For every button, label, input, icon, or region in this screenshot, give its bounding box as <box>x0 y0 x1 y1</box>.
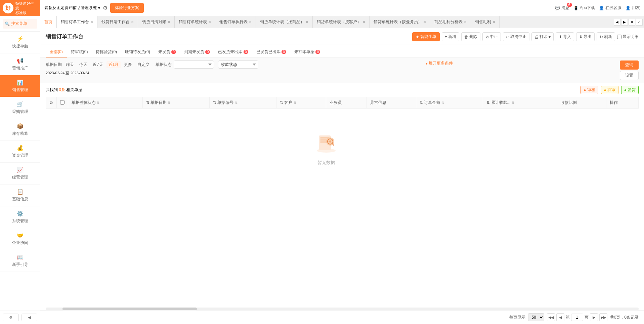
tab-close-sales-by-product[interactable]: ✕ <box>306 20 308 24</box>
print-button[interactable]: 🖨 打印 ▾ <box>531 32 554 41</box>
tab-close-all[interactable]: ✕ <box>629 19 635 26</box>
tab-close-sales-exec[interactable]: ✕ <box>249 20 252 24</box>
service-icon: 👤 <box>599 6 604 10</box>
solution-button[interactable]: 体验行业方案 <box>110 3 144 13</box>
tab-close-cash-reconcile[interactable]: ✕ <box>168 20 170 24</box>
sidebar-nav-item-inventory[interactable]: 📦 库存核算 <box>0 119 40 141</box>
date-1month[interactable]: 近1月 <box>106 61 121 68</box>
filter-tab-pending-pick[interactable]: 待拣验货(0) <box>92 47 121 57</box>
topbar-settings-icon[interactable]: ⚙ <box>103 5 108 11</box>
stop-icon: ⊘ <box>485 35 489 39</box>
tab-sales-by-staff[interactable]: 销货单统计表（按业务员） ✕ <box>370 16 430 28</box>
scroll-thumb[interactable] <box>62 308 197 310</box>
th-settings[interactable]: ⚙ <box>46 97 57 109</box>
expand-filters-button[interactable]: ▾ 展开更多条件 <box>426 60 453 66</box>
th-date[interactable]: ⇅ 单据日期 ⇅ <box>142 97 209 109</box>
tab-close-sales-by-staff[interactable]: ✕ <box>423 20 426 24</box>
th-customer[interactable]: ⇅ 客户 ⇅ <box>276 97 326 109</box>
tab-sales-exec[interactable]: 销售订单执行表 ✕ <box>215 16 256 28</box>
import-button[interactable]: ⬆ 导入 <box>556 32 574 41</box>
tab-scroll-right[interactable]: ▶ <box>621 19 628 26</box>
date-yesterday[interactable]: 昨天 <box>64 61 76 68</box>
horizontal-scrollbar[interactable] <box>46 308 639 310</box>
sidebar-nav-item-system[interactable]: ⚙️ 系统管理 <box>0 206 40 228</box>
sidebar-nav-item-finance[interactable]: 💰 资金管理 <box>0 141 40 163</box>
deliver-button[interactable]: ● 发货 <box>621 86 639 94</box>
delete-button[interactable]: 🗑 删除 <box>461 32 480 41</box>
sidebar-nav-item-sales[interactable]: 📊 销售管理 <box>0 75 40 97</box>
tab-sales-margin[interactable]: 销售毛利 ✕ <box>471 16 500 28</box>
tab-close-sales-workbench[interactable]: ✕ <box>90 20 93 24</box>
tab-cash-daily[interactable]: 钱货日清工作台 ✕ <box>97 16 138 28</box>
th-salesperson[interactable]: 业务员 <box>326 97 367 109</box>
tab-close-sales-by-customer[interactable]: ✕ <box>362 20 365 24</box>
audit-button[interactable]: ● 审核 <box>581 86 598 94</box>
status-select[interactable] <box>174 60 214 69</box>
tab-close-cash-daily[interactable]: ✕ <box>131 20 134 24</box>
filter-tab-delivered-out[interactable]: 已发货已出库 0 <box>252 47 290 57</box>
tab-sales-stats[interactable]: 销售订单统计表 ✕ <box>175 16 215 28</box>
next-page-button[interactable]: ▶ <box>590 313 598 321</box>
date-today[interactable]: 今天 <box>77 61 89 68</box>
tab-close-gross-profit[interactable]: ✕ <box>464 20 467 24</box>
tab-home[interactable]: 首页 <box>40 16 57 28</box>
online-service-button[interactable]: 👤 在线客服 <box>599 5 621 11</box>
first-page-button[interactable]: ◀◀ <box>547 313 555 321</box>
filter-tab-delivered-not-out[interactable]: 已发货未出库 0 <box>214 47 252 57</box>
date-custom[interactable]: 自定义 <box>135 61 152 68</box>
sidebar-collapse-button[interactable]: ◀ <box>22 314 38 321</box>
tab-cash-reconcile[interactable]: 钱货日清对账 ✕ <box>138 16 175 28</box>
filter-tab-undelivered[interactable]: 未发货 0 <box>154 47 180 57</box>
th-amount[interactable]: ⇅ 订单金额 ⇅ <box>416 97 483 109</box>
tab-close-sales-stats[interactable]: ✕ <box>208 20 211 24</box>
prev-page-button[interactable]: ◀ <box>556 313 564 321</box>
sidebar-nav-item-quick[interactable]: ⚡ 快捷导航 <box>0 32 40 53</box>
cancel-stop-button[interactable]: ↩ 取消中止 <box>503 32 529 41</box>
th-checkbox[interactable] <box>57 97 68 109</box>
page-number-input[interactable] <box>571 314 583 321</box>
refresh-button[interactable]: ↻ 刷新 <box>597 32 615 41</box>
tab-fullscreen[interactable]: ⤢ <box>636 19 643 26</box>
system-selector[interactable]: 装备及固定资产辅助管理系统 ▾ <box>44 5 100 11</box>
messages-button[interactable]: 💬 消息 6 <box>555 5 569 11</box>
th-status[interactable]: 单据整体状态 ⇅ <box>68 97 143 109</box>
last-page-button[interactable]: ▶▶ <box>599 313 607 321</box>
new-button[interactable]: + 新增 <box>442 32 459 41</box>
search-menu-button[interactable]: 🔍 搜索菜单 <box>3 19 37 29</box>
show-detail-input[interactable] <box>617 35 621 39</box>
settings-button[interactable]: 设置 <box>620 71 639 80</box>
filter-tab-unprinted[interactable]: 未打印单据 0 <box>290 47 324 57</box>
sidebar-nav-item-tutorial[interactable]: 📖 新手引导 <box>0 250 40 272</box>
stop-button[interactable]: ⊘ 中止 <box>482 32 501 41</box>
abandon-audit-button[interactable]: ● 弃审 <box>601 86 618 94</box>
tab-sales-workbench[interactable]: 销售订单工作台 ✕ <box>57 16 97 28</box>
export-button[interactable]: ⬇ 导出 <box>576 32 595 41</box>
sidebar-settings-button[interactable]: ⚙ <box>3 314 19 321</box>
payment-status-select[interactable]: 收款状态 <box>218 60 258 69</box>
query-button[interactable]: 查询 <box>620 60 639 70</box>
th-number[interactable]: ⇅ 单据编号 ⇅ <box>209 97 276 109</box>
tab-scroll-left[interactable]: ◀ <box>614 19 620 26</box>
sidebar-nav-item-purchase[interactable]: 🛒 采购管理 <box>0 97 40 119</box>
date-more[interactable]: 更多 <box>122 61 134 68</box>
filter-tab-overdue-undelivered[interactable]: 到期未发货 0 <box>180 47 214 57</box>
sidebar-nav-item-basic-info[interactable]: 📋 基础信息 <box>0 185 40 206</box>
filter-tab-wangpu-deliver[interactable]: 旺铺待发货(0) <box>121 47 154 57</box>
tab-sales-by-product[interactable]: 销货单统计表（按商品） ✕ <box>256 16 313 28</box>
sidebar-nav-item-marketing[interactable]: 📢 营销推广 <box>0 53 40 75</box>
th-cumulative-payment[interactable]: ⇅ 累计收款... ⇅ <box>483 97 557 109</box>
tab-close-sales-margin[interactable]: ✕ <box>492 20 495 24</box>
app-download-button[interactable]: 📱 App下载 <box>573 5 595 11</box>
per-page-select[interactable]: 50 <box>528 313 544 321</box>
tab-gross-profit[interactable]: 商品毛利分析表 ✕ <box>430 16 471 28</box>
tab-sales-by-customer[interactable]: 销货单统计表（按客户） ✕ <box>313 16 370 28</box>
filter-tab-pending-audit[interactable]: 待审核(0) <box>67 47 92 57</box>
date-7days[interactable]: 近7天 <box>91 61 105 68</box>
filter-tab-all[interactable]: 全部(0) <box>46 47 67 57</box>
sidebar-nav-item-enterprise[interactable]: 🤝 企业协同 <box>0 228 40 250</box>
sidebar-nav-item-operations[interactable]: 📈 经营管理 <box>0 163 40 185</box>
user-menu-button[interactable]: 👤 用友 <box>626 5 640 11</box>
smart-create-button[interactable]: ★ 智能生单 <box>412 32 440 41</box>
select-all-checkbox[interactable] <box>60 100 65 105</box>
show-detail-checkbox[interactable]: 显示明细 <box>617 34 639 40</box>
